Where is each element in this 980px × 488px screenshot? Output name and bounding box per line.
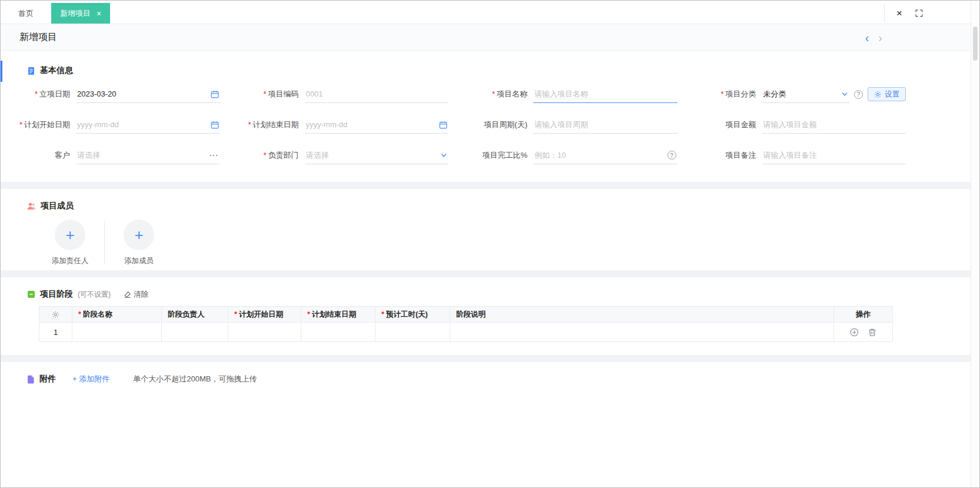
department-input[interactable]: [306, 151, 437, 160]
ellipsis-icon[interactable]: ···: [210, 151, 219, 160]
project-date-label: *立项日期: [9, 89, 70, 99]
column-header-description: 阶段说明: [450, 307, 834, 323]
app-window: 首页 新增项目 × × 新增项目 ‹ › 基本信息: [0, 0, 980, 488]
box-icon: [27, 290, 35, 298]
chevron-down-icon[interactable]: [440, 152, 447, 159]
help-icon[interactable]: ?: [854, 90, 863, 99]
basic-info-form: *立项日期 *项目编码 *项目名称: [1, 85, 971, 164]
required-asterisk: *: [263, 89, 266, 98]
calendar-icon[interactable]: [211, 90, 219, 98]
phases-table-header-row: *阶段名称 阶段负责人 *计划开始日期 *计划结束日期 *预计工时(天) 阶段说…: [39, 307, 893, 323]
prev-icon[interactable]: ‹: [865, 32, 869, 44]
field-project-cycle: 项目周期(天): [466, 116, 677, 134]
category-settings-button[interactable]: 设置: [868, 87, 906, 101]
phase-end-date-cell[interactable]: [301, 323, 376, 342]
plan-end-date-input[interactable]: [306, 120, 436, 129]
field-label-text: 项目分类: [726, 89, 756, 98]
project-cycle-input[interactable]: [534, 120, 676, 129]
field-project-amount: 项目金额: [695, 116, 906, 134]
completion-percent-control: ?: [533, 147, 677, 164]
project-date-input[interactable]: [77, 89, 207, 98]
phases-section: 项目阶段 (可不设置) 清除 *阶段名称 阶段负责人 *计: [1, 277, 971, 355]
field-project-category: *项目分类 ? 设置: [695, 85, 906, 103]
file-icon: [27, 375, 35, 384]
project-category-select[interactable]: [762, 85, 850, 103]
phase-name-cell[interactable]: [72, 323, 162, 342]
field-label-text: 项目名称: [497, 89, 527, 98]
delete-row-icon[interactable]: [868, 328, 876, 337]
column-header-phase-name: *阶段名称: [72, 307, 162, 323]
project-category-input[interactable]: [763, 89, 838, 98]
project-name-label: *项目名称: [466, 89, 527, 99]
fullscreen-icon[interactable]: [915, 9, 923, 17]
project-code-label: *项目编码: [238, 89, 299, 99]
column-header-end-date: *计划结束日期: [301, 307, 376, 323]
required-asterisk: *: [720, 89, 723, 98]
field-label-text: 项目备注: [726, 151, 756, 160]
required-asterisk: *: [492, 89, 495, 98]
add-attachment-button[interactable]: + 添加附件: [72, 374, 109, 384]
field-customer: 客户 ···: [9, 147, 220, 164]
header-pager: ‹ ›: [865, 32, 882, 44]
phase-owner-cell[interactable]: [162, 323, 228, 342]
field-label-text: 计划结束日期: [253, 120, 299, 129]
phase-start-date-cell[interactable]: [228, 323, 301, 342]
next-icon[interactable]: ›: [878, 32, 882, 44]
attachments-header: 附件 + 添加附件 单个大小不超过200MB，可拖拽上传: [1, 374, 971, 384]
plus-icon[interactable]: +: [124, 220, 154, 250]
window-close-icon[interactable]: ×: [896, 8, 902, 18]
calendar-icon[interactable]: [439, 121, 447, 129]
basic-info-header: 基本信息: [1, 65, 971, 76]
required-asterisk: *: [381, 310, 384, 318]
add-owner-button[interactable]: + 添加责任人: [43, 220, 97, 266]
phase-hours-cell[interactable]: [376, 323, 450, 342]
project-amount-input[interactable]: [763, 120, 905, 129]
project-category-label: *项目分类: [695, 89, 756, 99]
chevron-down-icon[interactable]: [841, 91, 848, 98]
tab-close-icon[interactable]: ×: [97, 9, 101, 18]
customer-picker[interactable]: ···: [76, 147, 220, 164]
plan-start-date-input[interactable]: [77, 120, 207, 129]
column-header-text: 计划开始日期: [239, 310, 283, 318]
column-header-phase-owner: 阶段负责人: [162, 307, 228, 323]
column-header-text: 阶段负责人: [168, 310, 205, 318]
tab-bar: 首页 新增项目 × ×: [1, 1, 979, 24]
completion-percent-input[interactable]: [534, 151, 664, 160]
customer-input[interactable]: [77, 151, 206, 160]
section-title-members: 项目成员: [41, 201, 74, 211]
clear-phases-button[interactable]: 清除: [124, 290, 148, 300]
phase-description-cell[interactable]: [450, 323, 834, 342]
scrollbar-thumb[interactable]: [973, 26, 978, 61]
section-title-phases: 项目阶段: [40, 289, 73, 300]
section-title-basic-info: 基本信息: [40, 65, 73, 76]
project-code-input[interactable]: [306, 89, 448, 98]
project-remark-label: 项目备注: [695, 150, 756, 161]
add-member-button[interactable]: + 添加成员: [112, 220, 166, 266]
tab-home[interactable]: 首页: [8, 3, 44, 24]
required-asterisk: *: [263, 151, 266, 160]
add-row-icon[interactable]: [850, 328, 859, 337]
plus-icon[interactable]: +: [55, 220, 85, 250]
department-label: *负责部门: [238, 150, 299, 161]
field-project-code: *项目编码: [238, 85, 449, 103]
project-remark-input[interactable]: [763, 151, 905, 160]
scrollbar-track[interactable]: [971, 1, 979, 487]
plan-start-date-control: [76, 116, 220, 134]
calendar-icon[interactable]: [211, 121, 219, 129]
people-icon: [27, 202, 36, 210]
column-header-text: 预计工时(天): [386, 310, 428, 318]
add-owner-label: 添加责任人: [52, 256, 89, 266]
project-name-input[interactable]: [534, 89, 676, 98]
department-select[interactable]: [305, 147, 449, 164]
required-asterisk: *: [35, 89, 38, 98]
column-header-actions: 操作: [834, 307, 893, 323]
tab-new-project[interactable]: 新增项目 ×: [51, 3, 110, 24]
gear-icon: [874, 91, 882, 98]
field-plan-end-date: *计划结束日期: [238, 116, 449, 134]
column-header-text: 阶段说明: [456, 310, 486, 318]
members-row: + 添加责任人 + 添加成员: [43, 220, 971, 266]
field-label-text: 项目编码: [268, 89, 299, 98]
column-settings-header[interactable]: [39, 307, 72, 323]
help-icon[interactable]: ?: [667, 151, 676, 160]
field-label-text: 计划开始日期: [24, 120, 70, 129]
